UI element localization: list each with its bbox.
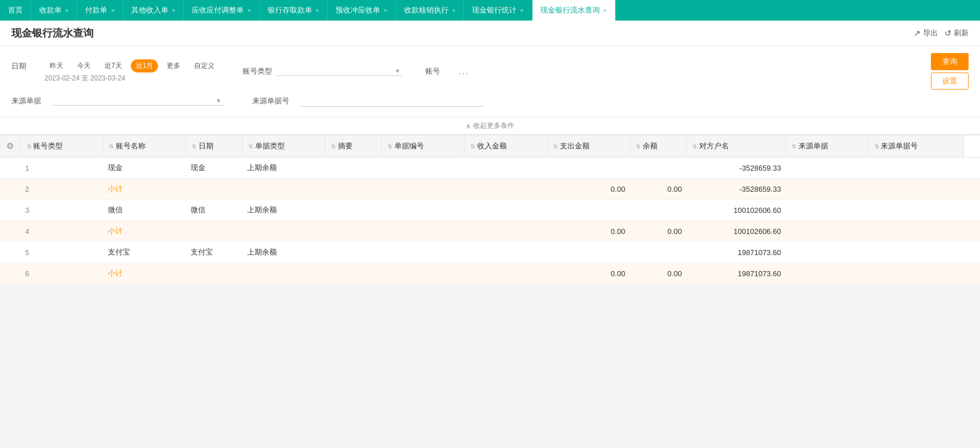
sort-icon: ⇅ <box>874 143 879 150</box>
row-number: 1 <box>21 158 103 179</box>
cell-date <box>243 263 325 284</box>
close-icon[interactable]: × <box>452 7 455 14</box>
nav-home-label: 首页 <box>8 5 23 15</box>
cell-income <box>547 158 630 179</box>
setting-button[interactable]: 设置 <box>931 72 969 90</box>
close-icon[interactable]: × <box>316 7 319 14</box>
table-row[interactable]: 3微信微信上期余额100102606.60 <box>0 200 980 221</box>
th-counterparty[interactable]: ⇅ 对方户名 <box>687 135 786 158</box>
th-doc-no[interactable]: ⇅ 单据编号 <box>382 135 465 158</box>
row-number: 6 <box>21 263 103 284</box>
close-icon[interactable]: × <box>520 7 523 14</box>
nav-tab-xianjinyinhang[interactable]: 现金银行统计 × <box>464 0 532 21</box>
gear-icon[interactable]: ⚙ <box>6 141 14 151</box>
row-number: 2 <box>21 179 103 200</box>
cell-source-doc-no <box>964 221 980 242</box>
th-doc-type[interactable]: ⇅ 单据类型 <box>243 135 325 158</box>
close-icon[interactable]: × <box>111 7 114 14</box>
close-icon[interactable]: × <box>603 7 607 14</box>
cell-balance: -3528659.33 <box>687 179 786 200</box>
th-source-doc-label: 来源单据 <box>798 142 828 150</box>
nav-tab-shoukuanhexiao[interactable]: 收款核销执行 × <box>396 0 464 21</box>
nav-tab-liushui[interactable]: 现金银行流水查询 × <box>533 0 615 21</box>
cell-balance: -3528659.33 <box>687 158 786 179</box>
close-icon[interactable]: × <box>247 7 251 14</box>
nav-tab-shoukuandan[interactable]: 收款单 × <box>31 0 77 21</box>
cell-counterparty <box>785 200 868 221</box>
cell-doc-type <box>325 263 382 284</box>
account-type-select[interactable]: ▼ <box>277 67 402 76</box>
date-btn-7days[interactable]: 近7天 <box>99 59 127 72</box>
table-container: ⚙ ⇅ 账号类型 ⇅ 账号名称 ⇅ 日期 ⇅ 单据类型 <box>0 135 980 284</box>
date-range-display: 2023-02-24 至 2023-03-24 <box>45 74 125 82</box>
th-doc-type-label: 单据类型 <box>255 142 285 150</box>
table-row[interactable]: 1现金现金上期余额-3528659.33 <box>0 158 980 179</box>
cell-account-type: 现金 <box>103 158 186 179</box>
th-account-type[interactable]: ⇅ 账号类型 <box>21 135 103 158</box>
cell-counterparty <box>785 263 868 284</box>
nav-tab-yingshouyingfu[interactable]: 应收应付调整单 × <box>184 0 259 21</box>
source-doc-select[interactable]: ▼ <box>53 96 224 106</box>
collapse-bar[interactable]: ∧ 收起更多条件 <box>0 118 980 135</box>
cell-source-doc-no <box>964 200 980 221</box>
cell-doc-type <box>325 242 382 263</box>
sort-icon: ⇅ <box>192 143 196 150</box>
sort-icon: ⇅ <box>636 143 640 150</box>
date-btn-custom[interactable]: 自定义 <box>189 59 220 72</box>
nav-tab-qitashouru[interactable]: 其他收入单 × <box>123 0 184 21</box>
table-row[interactable]: 4小计0.000.00100102606.60 <box>0 221 980 242</box>
more-dots-button[interactable]: ... <box>458 66 469 76</box>
nav-tab-label: 其他收入单 <box>131 5 168 15</box>
account-label: 账号 <box>425 66 454 76</box>
table-row[interactable]: 5支付宝支付宝上期余额19871073.60 <box>0 242 980 263</box>
nav-tab-yinhangcunqu[interactable]: 银行存取款单 × <box>260 0 328 21</box>
date-btn-1month[interactable]: 近1月 <box>131 59 159 72</box>
date-btn-more[interactable]: 更多 <box>162 59 185 72</box>
cell-account-type: 小计 <box>103 179 186 200</box>
sort-icon: ⇅ <box>109 143 114 150</box>
close-icon[interactable]: × <box>172 7 175 14</box>
th-account-type-label: 账号类型 <box>33 142 63 150</box>
cell-doc-type <box>325 179 382 200</box>
th-settings: ⚙ <box>0 135 21 158</box>
cell-doc-no <box>465 263 547 284</box>
cell-account-type: 支付宝 <box>103 242 186 263</box>
cell-date <box>243 221 325 242</box>
th-income[interactable]: ⇅ 收入金额 <box>465 135 547 158</box>
close-icon[interactable]: × <box>384 7 387 14</box>
table-header-row: ⚙ ⇅ 账号类型 ⇅ 账号名称 ⇅ 日期 ⇅ 单据类型 <box>0 135 980 158</box>
table-row[interactable]: 2小计0.000.00-3528659.33 <box>0 179 980 200</box>
chevron-down-icon: ▼ <box>394 68 400 74</box>
cell-source-doc-no <box>964 263 980 284</box>
th-source-doc[interactable]: ⇅ 来源单据 <box>785 135 868 158</box>
th-source-doc-no[interactable]: ⇅ 来源单据号 <box>868 135 964 158</box>
cell-counterparty <box>785 179 868 200</box>
th-balance[interactable]: ⇅ 余额 <box>630 135 686 158</box>
th-summary[interactable]: ⇅ 摘要 <box>325 135 382 158</box>
source-doc-label: 来源单据 <box>11 96 41 106</box>
nav-tab-label: 现金银行流水查询 <box>541 5 600 15</box>
export-icon: ↗ <box>914 29 921 38</box>
nav-tab-yushou[interactable]: 预收冲应收单 × <box>328 0 396 21</box>
nav-home[interactable]: 首页 <box>0 0 31 21</box>
close-icon[interactable]: × <box>65 7 68 14</box>
table-body: 1现金现金上期余额-3528659.332小计0.000.00-3528659.… <box>0 158 980 284</box>
data-table: ⚙ ⇅ 账号类型 ⇅ 账号名称 ⇅ 日期 ⇅ 单据类型 <box>0 135 980 284</box>
th-date[interactable]: ⇅ 日期 <box>186 135 243 158</box>
source-doc-num-input[interactable] <box>301 95 483 107</box>
export-button[interactable]: ↗ 导出 <box>914 28 938 38</box>
date-btn-today[interactable]: 今天 <box>72 59 96 72</box>
sort-icon: ⇅ <box>692 143 697 150</box>
cell-expense: 0.00 <box>630 263 686 284</box>
table-row[interactable]: 6小计0.000.0019871073.60 <box>0 263 980 284</box>
refresh-button[interactable]: ↺ 刷新 <box>945 28 969 38</box>
cell-date: 上期余额 <box>243 242 325 263</box>
date-btn-yesterday[interactable]: 昨天 <box>45 59 68 72</box>
nav-tab-fukuandan[interactable]: 付款单 × <box>77 0 123 21</box>
th-account-name[interactable]: ⇅ 账号名称 <box>103 135 186 158</box>
cell-balance: 19871073.60 <box>687 263 786 284</box>
cell-income: 0.00 <box>547 221 630 242</box>
th-expense[interactable]: ⇅ 支出金额 <box>547 135 630 158</box>
query-button[interactable]: 查询 <box>931 53 969 70</box>
cell-summary <box>382 179 465 200</box>
